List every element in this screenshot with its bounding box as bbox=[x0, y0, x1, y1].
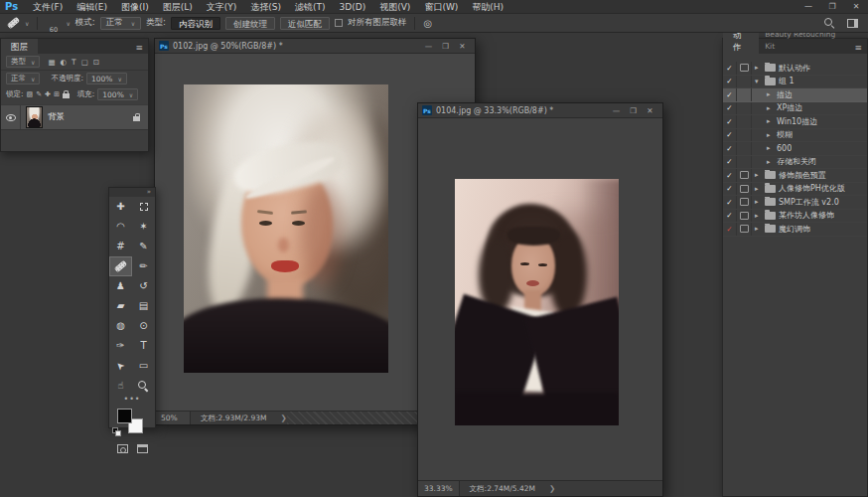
lock-pixels-icon[interactable]: ✎ bbox=[36, 90, 42, 98]
toggle-item-check[interactable]: ✓ bbox=[723, 223, 737, 236]
brush-tool[interactable]: ✏ bbox=[132, 256, 155, 276]
lock-artboard-icon[interactable]: ⊞ bbox=[54, 90, 60, 98]
action-row[interactable]: ✓ ▸模糊 bbox=[723, 129, 867, 143]
visibility-toggle[interactable] bbox=[1, 105, 21, 129]
blend-mode-select[interactable]: 正常 ∨ bbox=[6, 73, 40, 84]
document-canvas[interactable] bbox=[418, 118, 662, 480]
expand-icon[interactable]: ▸ bbox=[767, 144, 774, 152]
default-colors-icon[interactable] bbox=[112, 427, 121, 436]
dialog-toggle[interactable] bbox=[737, 210, 752, 223]
document-title-bar[interactable]: Ps 0104.jpg @ 33.3%(RGB/8#) * — ❐ ✕ bbox=[418, 103, 662, 118]
dialog-toggle[interactable] bbox=[737, 88, 752, 101]
restore-icon[interactable]: ❐ bbox=[625, 106, 642, 115]
move-tool[interactable]: ✚ bbox=[109, 197, 132, 217]
mode-select[interactable]: 正常 ∨ bbox=[100, 17, 141, 30]
expand-icon[interactable]: ▸ bbox=[767, 117, 774, 125]
chevron-down-icon[interactable]: ∨ bbox=[66, 20, 70, 27]
menu-help[interactable]: 帮助(H) bbox=[465, 0, 510, 14]
pen-pressure-icon[interactable]: ◎ bbox=[423, 18, 432, 29]
filter-pixel-icon[interactable]: ▦ bbox=[48, 58, 55, 67]
close-icon[interactable]: ✕ bbox=[642, 106, 658, 115]
status-chevron-icon[interactable]: ❯ bbox=[549, 484, 555, 493]
eraser-tool[interactable]: ▰ bbox=[109, 296, 132, 316]
dodge-tool[interactable]: ⊙ bbox=[132, 316, 155, 336]
dialog-toggle[interactable] bbox=[737, 169, 752, 182]
action-set-row[interactable]: ✓ ▸人像修饰PH优化版 bbox=[723, 183, 867, 197]
path-selection-tool[interactable]: ➤ bbox=[109, 356, 132, 376]
panel-menu-icon[interactable]: ≡ bbox=[130, 43, 148, 54]
expand-icon[interactable]: ▸ bbox=[755, 64, 762, 72]
toggle-item-check[interactable]: ✓ bbox=[723, 196, 737, 209]
dialog-toggle[interactable] bbox=[737, 196, 752, 209]
filter-adjustment-icon[interactable]: ◐ bbox=[61, 58, 68, 67]
quick-mask-icon[interactable] bbox=[117, 444, 128, 453]
lock-position-icon[interactable]: ✚ bbox=[45, 90, 51, 98]
document-title-bar[interactable]: Ps 0102.jpg @ 50%(RGB/8#) * — ❐ ✕ bbox=[155, 39, 475, 54]
dialog-toggle[interactable] bbox=[737, 129, 752, 142]
document-image[interactable] bbox=[184, 84, 388, 373]
hand-tool[interactable]: ☝ bbox=[109, 376, 132, 396]
menu-layer[interactable]: 图层(L) bbox=[156, 0, 200, 14]
menu-file[interactable]: 文件(F) bbox=[26, 0, 70, 14]
filter-smart-object-icon[interactable]: ⊡ bbox=[93, 58, 99, 67]
gradient-tool[interactable]: ▤ bbox=[132, 296, 155, 316]
minimize-icon[interactable]: — bbox=[608, 106, 625, 115]
filter-shape-icon[interactable]: ▢ bbox=[81, 58, 88, 67]
restore-icon[interactable]: ❐ bbox=[820, 0, 844, 14]
filter-type-icon[interactable]: T bbox=[72, 58, 76, 67]
type-proximity-match-button[interactable]: 近似匹配 bbox=[280, 17, 330, 30]
toggle-item-check[interactable]: ✓ bbox=[723, 88, 737, 101]
toggle-item-check[interactable]: ✓ bbox=[723, 62, 737, 75]
dialog-toggle[interactable] bbox=[737, 62, 752, 75]
chevron-down-icon[interactable]: ∨ bbox=[25, 20, 29, 27]
sample-all-layers-checkbox[interactable] bbox=[335, 19, 343, 27]
type-create-texture-button[interactable]: 创建纹理 bbox=[225, 17, 275, 30]
dialog-toggle[interactable] bbox=[737, 183, 752, 196]
expand-icon[interactable]: ▸ bbox=[755, 198, 762, 206]
menu-image[interactable]: 图像(I) bbox=[114, 0, 156, 14]
action-row[interactable]: ✓ ▸描边 bbox=[723, 88, 867, 102]
brush-preset-picker[interactable]: 60 bbox=[46, 14, 61, 32]
toggle-item-check[interactable]: ✓ bbox=[723, 102, 737, 115]
type-content-aware-button[interactable]: 内容识别 bbox=[171, 17, 220, 30]
toggle-item-check[interactable]: ✓ bbox=[723, 142, 737, 155]
lock-all-icon[interactable] bbox=[63, 93, 70, 98]
menu-select[interactable]: 选择(S) bbox=[243, 0, 288, 14]
history-brush-tool[interactable]: ↺ bbox=[132, 276, 155, 296]
dialog-toggle[interactable] bbox=[737, 142, 752, 155]
action-set-row[interactable]: ✓ ▸魔幻调饰 bbox=[723, 223, 867, 237]
toggle-item-check[interactable]: ✓ bbox=[723, 115, 737, 128]
type-tool[interactable]: T bbox=[132, 336, 155, 356]
eyedropper-tool[interactable]: ✎ bbox=[132, 237, 155, 256]
minimize-icon[interactable]: — bbox=[796, 0, 820, 14]
magic-wand-tool[interactable]: ✶ bbox=[132, 217, 155, 237]
zoom-level-field[interactable]: 33.33% bbox=[418, 481, 460, 496]
toggle-item-check[interactable]: ✓ bbox=[723, 76, 737, 88]
menu-edit[interactable]: 编辑(E) bbox=[70, 0, 114, 14]
dialog-toggle[interactable] bbox=[737, 156, 752, 169]
dialog-toggle[interactable] bbox=[737, 76, 752, 88]
expand-icon[interactable]: ▸ bbox=[755, 225, 762, 233]
action-set-row[interactable]: ✓ ▸某作坊人像修饰 bbox=[723, 210, 867, 224]
document-window-0104[interactable]: Ps 0104.jpg @ 33.3%(RGB/8#) * — ❐ ✕ 33.3… bbox=[417, 102, 663, 497]
dialog-toggle[interactable] bbox=[737, 223, 752, 236]
workspace-switcher-icon[interactable] bbox=[847, 19, 858, 28]
menu-view[interactable]: 视图(V) bbox=[372, 0, 417, 14]
close-icon[interactable]: ✕ bbox=[844, 0, 868, 14]
toggle-item-check[interactable]: ✓ bbox=[723, 169, 737, 182]
expand-icon[interactable]: ▸ bbox=[767, 104, 774, 112]
expand-icon[interactable]: ▸ bbox=[755, 212, 762, 220]
layer-filter-select[interactable]: 类型 ∨ bbox=[6, 56, 40, 68]
restore-icon[interactable]: ❐ bbox=[437, 42, 454, 51]
menu-window[interactable]: 窗口(W) bbox=[417, 0, 465, 14]
expand-icon[interactable]: ▸ bbox=[767, 90, 774, 98]
document-image[interactable] bbox=[455, 179, 619, 425]
screen-mode-icon[interactable] bbox=[137, 444, 148, 453]
clone-stamp-tool[interactable]: ♟ bbox=[109, 276, 132, 296]
panel-menu-icon[interactable]: ≡ bbox=[849, 43, 867, 54]
toggle-item-check[interactable]: ✓ bbox=[723, 156, 737, 169]
toggle-item-check[interactable]: ✓ bbox=[723, 210, 737, 223]
spot-healing-tool-icon[interactable] bbox=[7, 17, 21, 30]
lock-transparency-icon[interactable]: ▨ bbox=[27, 90, 34, 98]
action-row[interactable]: ✓ ▸Win10描边 bbox=[723, 115, 867, 129]
